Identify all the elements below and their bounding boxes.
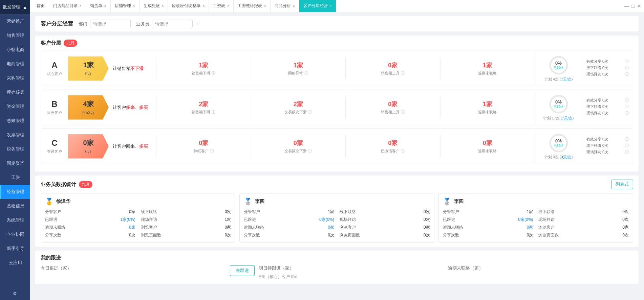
right-stat-info-icon[interactable]: ⓘ <box>625 65 629 70</box>
metric-count-C-2[interactable]: 0家 <box>348 139 437 147</box>
metric-info-icon[interactable]: ⓘ <box>304 71 308 76</box>
metric-count-A-1[interactable]: 1家 <box>254 61 343 69</box>
sales-stat-val-2-4[interactable]: 0家 <box>527 225 533 230</box>
sales-stat-row-1-0: 分管客户1家 <box>244 209 334 215</box>
sidebar-header[interactable]: 批发管理 ▲ <box>0 0 30 14</box>
sidebar-item-小畅电商[interactable]: 小畅电商 <box>0 43 30 57</box>
sidebar-item-工资[interactable]: 工资 <box>0 170 30 185</box>
metric-count-A-0[interactable]: 1家 <box>159 61 248 69</box>
right-stat-info-icon[interactable]: ⓘ <box>625 111 629 116</box>
right-stat-info-icon[interactable]: ⓘ <box>625 59 629 64</box>
followup-section: 我的跟进 今日跟进（家） 去跟进 明日待跟进（家） A类（核心）客户 0家 <box>35 251 639 284</box>
tab-工资统计报表[interactable]: 工资统计报表× <box>234 0 271 12</box>
sidebar-item-发票管理[interactable]: 发票管理 <box>0 128 30 142</box>
circle-plan-link[interactable]: 7天/次 <box>561 77 572 81</box>
sidebar-item-新手引导[interactable]: 新手引导 <box>0 241 30 256</box>
right-stat-info-icon[interactable]: ⓘ <box>625 104 629 109</box>
metric-info-icon[interactable]: ⓘ <box>401 71 405 76</box>
tab-店铺管理[interactable]: 店铺管理× <box>111 0 139 12</box>
tab-工资表[interactable]: 工资表× <box>209 0 234 12</box>
tab-商品分析[interactable]: 商品分析× <box>271 0 299 12</box>
tab-restore-icon[interactable]: □ <box>632 3 635 9</box>
sidebar-item-资金管理[interactable]: 资金管理 <box>0 99 30 114</box>
list-view-button[interactable]: 列表式 <box>611 180 633 189</box>
goto-followup-button[interactable]: 去跟进 <box>230 265 255 276</box>
tab-close-生成凭证[interactable]: × <box>162 4 164 8</box>
sales-stat-label-2-7: 浏览页面数 <box>538 232 559 238</box>
sales-stat-val-0-4[interactable]: 0家 <box>129 225 135 230</box>
dept-select[interactable]: 请选择 <box>90 20 131 28</box>
tab-close-工资表[interactable]: × <box>227 4 229 8</box>
tab-minimize-icon[interactable]: — <box>624 3 629 9</box>
tab-客户分层经营[interactable]: 客户分层经营× <box>299 0 336 12</box>
metric-info-icon[interactable]: ⓘ <box>401 148 405 154</box>
metric-count-B-0[interactable]: 2家 <box>159 100 248 108</box>
tab-close-销货单[interactable]: × <box>104 4 106 8</box>
sidebar-item-企业协同[interactable]: 企业协同 <box>0 227 30 241</box>
sidebar-item-营销推广[interactable]: 营销推广 <box>0 14 30 28</box>
metric-count-C-1[interactable]: 0家 <box>254 139 343 147</box>
sidebar-collapse-icon[interactable]: ▲ <box>23 5 27 10</box>
sales-section-title: 业务员数据统计 <box>41 181 76 188</box>
sidebar-item-采购管理[interactable]: 采购管理 <box>0 71 30 85</box>
sidebar-item-税务管理[interactable]: 税务管理 <box>0 142 30 156</box>
metric-count-B-1[interactable]: 2家 <box>254 100 343 108</box>
sidebar-item-库存核算[interactable]: 库存核算 <box>0 85 30 99</box>
dept-filter: 部门 请选择 <box>79 20 131 28</box>
filter-more-icon[interactable]: ··· <box>195 21 200 27</box>
sidebar-settings[interactable]: ⚙ <box>0 287 30 300</box>
sidebar-item-基础信息[interactable]: 基础信息 <box>0 199 30 213</box>
sidebar-item-销售管理[interactable]: 销售管理 <box>0 28 30 43</box>
sidebar-item-系统管理[interactable]: 系统管理 <box>0 213 30 227</box>
metric-info-icon[interactable]: ⓘ <box>308 110 312 115</box>
followup-grid: 今日跟进（家） 去跟进 明日待跟进（家） A类（核心）客户 0家 逾期未联络（家… <box>41 265 633 280</box>
right-stat-info-icon[interactable]: ⓘ <box>625 149 629 155</box>
metric-count-C-3[interactable]: 0家 <box>443 139 532 147</box>
metric-item-C-2: 0家已激活客户 ⓘ <box>345 135 440 158</box>
right-stat-info-icon[interactable]: ⓘ <box>625 72 629 77</box>
metric-info-icon[interactable]: ⓘ <box>212 110 215 115</box>
sidebar-item-总账管理[interactable]: 总账管理 <box>0 114 30 128</box>
circle-plan-link[interactable]: 7天/次 <box>562 116 573 120</box>
tab-门店商品目录[interactable]: 门店商品目录× <box>49 0 86 12</box>
sales-stat-val-2-2[interactable]: 0家(0%) <box>518 217 533 223</box>
metric-count-A-3[interactable]: 1家 <box>443 61 532 69</box>
sales-stat-val-0-2[interactable]: 1家(0%) <box>121 217 135 223</box>
tab-首页[interactable]: 首页 <box>33 0 49 12</box>
metric-info-icon[interactable]: ⓘ <box>210 148 214 154</box>
right-stat-info-icon[interactable]: ⓘ <box>625 98 629 103</box>
tier-letter-C: C <box>45 138 64 148</box>
sales-stat-val-1-2[interactable]: 0家(0%) <box>319 217 334 223</box>
circle-plan-link[interactable]: 0天/次 <box>561 155 572 159</box>
sales-stat-label-2-2: 已跟进 <box>443 217 455 223</box>
metric-count-B-3[interactable]: 1家 <box>443 100 532 108</box>
metric-info-icon[interactable]: ⓘ <box>401 110 405 115</box>
tab-close-门店商品目录[interactable]: × <box>80 4 82 8</box>
sidebar-item-经营管理[interactable]: 经营管理 <box>0 185 30 199</box>
sidebar-item-固定资产[interactable]: 固定资产 <box>0 156 30 170</box>
metric-count-B-2[interactable]: 0家 <box>348 100 437 108</box>
tab-close-客户分层经营[interactable]: × <box>330 4 332 8</box>
sales-stat-val-1-4[interactable]: 0家 <box>328 225 334 230</box>
tab-close-icon[interactable]: ✕ <box>637 3 641 9</box>
sidebar-item-云应用[interactable]: 云应用 <box>0 256 30 270</box>
circle-metric-C: 0% 已联络 计划 0次 (0天/次) <box>535 129 582 164</box>
tab-close-工资统计报表[interactable]: × <box>264 4 266 8</box>
right-stat-info-icon[interactable]: ⓘ <box>625 137 629 142</box>
metric-count-A-2[interactable]: 0家 <box>348 61 437 69</box>
tab-应收应付调整单[interactable]: 应收应付调整单× <box>168 0 209 12</box>
tab-close-应收应付调整单[interactable]: × <box>202 4 205 8</box>
tab-生成凭证[interactable]: 生成凭证× <box>139 0 168 12</box>
right-stat-info-icon[interactable]: ⓘ <box>625 143 629 148</box>
right-stat-label-B-2: 现场拜访 0次 <box>586 111 608 116</box>
tab-销货单[interactable]: 销货单× <box>86 0 111 12</box>
sales-select[interactable]: 请选择 <box>152 20 193 28</box>
tab-close-商品分析[interactable]: × <box>293 4 295 8</box>
metric-info-icon[interactable]: ⓘ <box>308 148 312 154</box>
metric-count-C-0[interactable]: 0家 <box>159 139 248 147</box>
metric-info-icon[interactable]: ⓘ <box>212 71 215 76</box>
sidebar-item-电商管理[interactable]: 电商管理 <box>0 57 30 71</box>
tab-close-店铺管理[interactable]: × <box>133 4 135 8</box>
sales-stat-row-1-3: 现场拜访0次 <box>340 217 430 223</box>
sales-stat-val-1-1: 0次 <box>424 209 430 215</box>
